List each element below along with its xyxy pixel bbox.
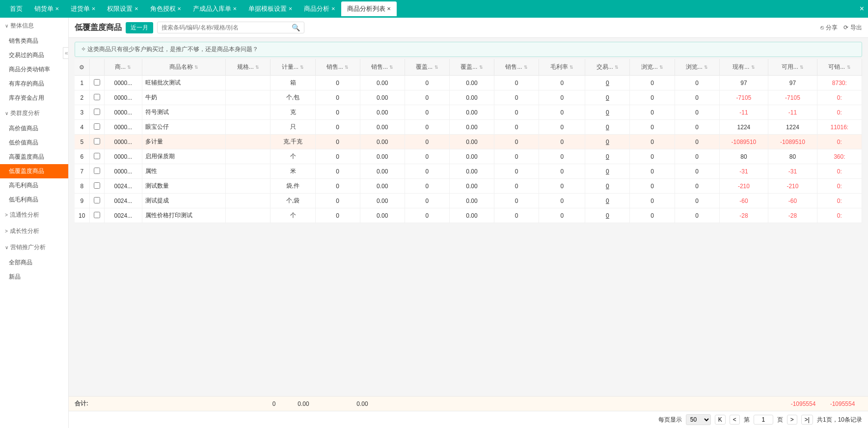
cell-spec <box>226 90 271 105</box>
sidebar-item-low-value[interactable]: 低价值商品 <box>0 136 68 150</box>
sidebar-item-low-margin[interactable]: 低毛利商品 <box>0 193 68 207</box>
last-page-button[interactable]: >| <box>801 415 813 425</box>
sidebar-section-cluster[interactable]: ∨ 类群度分析 <box>0 105 68 121</box>
cell-current: -210 <box>719 179 768 194</box>
cell-sellable: 0: <box>817 90 862 105</box>
cell-checkbox[interactable] <box>89 76 104 90</box>
chevron-down-icon-3: ∨ <box>5 245 8 250</box>
col-sales2[interactable]: 销售... ⇅ <box>360 59 405 76</box>
tab-sales[interactable]: 销货单 × <box>28 1 65 16</box>
cell-sellable: 0: <box>817 164 862 179</box>
cell-cover1: 0 <box>405 135 449 149</box>
cell-checkbox[interactable] <box>89 90 104 105</box>
col-spec[interactable]: 规格... ⇅ <box>226 59 271 76</box>
sidebar-item-category-rate[interactable]: 商品分类动销率 <box>0 62 68 77</box>
sidebar-item-high-coverage[interactable]: 高覆盖度商品 <box>0 150 68 164</box>
sidebar-section-growth[interactable]: > 成长性分析 <box>0 223 68 239</box>
cell-current: -60 <box>719 194 768 208</box>
cell-margin: 0 <box>539 120 585 135</box>
cell-code: 0000... <box>104 149 142 164</box>
cell-sales1: 0 <box>315 105 360 120</box>
col-sales1[interactable]: 销售... ⇅ <box>315 59 360 76</box>
cell-cover1: 0 <box>405 90 449 105</box>
share-button[interactable]: ⎋ 分享 <box>820 24 838 32</box>
col-unit[interactable]: 计量... ⇅ <box>271 59 315 76</box>
sidebar-item-inventory-goods[interactable]: 有库存的商品 <box>0 77 68 91</box>
search-icon[interactable]: 🔍 <box>292 24 300 31</box>
cell-checkbox[interactable] <box>89 208 104 223</box>
page-number-input[interactable] <box>754 415 773 425</box>
sidebar-item-new-goods[interactable]: 新品 <box>0 270 68 284</box>
sidebar-item-high-value[interactable]: 高价值商品 <box>0 121 68 136</box>
cell-sales3: 0 <box>494 164 539 179</box>
col-code[interactable]: 商... ⇅ <box>104 59 142 76</box>
table-container[interactable]: ⚙ 商... ⇅ 商品名称 ⇅ 规格... ⇅ 计量... ⇅ 销售... ⇅ … <box>75 59 862 396</box>
tab-home[interactable]: 首页 <box>4 1 28 16</box>
sidebar-section-overview[interactable]: ∨ 整体信息 <box>0 18 68 34</box>
cell-browse2: 0 <box>675 76 719 90</box>
cell-sales1: 0 <box>315 179 360 194</box>
cell-checkbox[interactable] <box>89 194 104 208</box>
tab-product[interactable]: 产成品入库单 × <box>187 1 243 16</box>
col-name[interactable]: 商品名称 ⇅ <box>142 59 226 76</box>
first-page-button[interactable]: K <box>715 415 726 425</box>
period-button[interactable]: 近一月 <box>126 22 153 33</box>
cell-num: 3 <box>75 105 89 120</box>
col-trade[interactable]: 交易... ⇅ <box>585 59 630 76</box>
cell-cover2: 0.00 <box>449 76 494 90</box>
prev-page-button[interactable]: < <box>730 415 740 425</box>
main-layout: « ∨ 整体信息 销售类商品 交易过的商品 商品分类动销率 有库存的商品 库存资… <box>0 18 868 428</box>
cell-name: 眼宝公仔 <box>142 120 226 135</box>
sidebar-item-capital[interactable]: 库存资金占用 <box>0 91 68 105</box>
cell-sales2: 0.00 <box>360 194 405 208</box>
sidebar-item-low-coverage[interactable]: 低覆盖度商品 <box>0 164 68 178</box>
col-cover1[interactable]: 覆盖... ⇅ <box>405 59 449 76</box>
sidebar-section-marketing[interactable]: ∨ 营销推广分析 <box>0 239 68 256</box>
sidebar-item-all-goods[interactable]: 全部商品 <box>0 256 68 270</box>
cell-spec <box>226 120 271 135</box>
tab-permissions[interactable]: 权限设置 × <box>101 1 144 16</box>
close-window-button[interactable]: × <box>860 4 864 13</box>
cell-cover1: 0 <box>405 194 449 208</box>
sidebar-item-sales-goods[interactable]: 销售类商品 <box>0 34 68 48</box>
col-settings[interactable]: ⚙ <box>75 59 89 76</box>
col-browse2[interactable]: 浏览... ⇅ <box>675 59 719 76</box>
search-input[interactable] <box>162 24 292 31</box>
tab-template[interactable]: 单据模板设置 × <box>243 1 298 16</box>
col-sellable[interactable]: 可销... ⇅ <box>817 59 862 76</box>
tab-purchase[interactable]: 进货单 × <box>65 1 101 16</box>
col-sales3[interactable]: 销售... ⇅ <box>494 59 539 76</box>
export-button[interactable]: ⟳ 导出 <box>843 24 862 32</box>
cell-checkbox[interactable] <box>89 164 104 179</box>
cell-checkbox[interactable] <box>89 105 104 120</box>
tab-role[interactable]: 角色授权 × <box>144 1 187 16</box>
col-margin[interactable]: 毛利率 ⇅ <box>539 59 585 76</box>
cell-checkbox[interactable] <box>89 149 104 164</box>
sidebar-section-liquidity[interactable]: > 流通性分析 <box>0 207 68 223</box>
cell-available: -210 <box>768 179 817 194</box>
col-cover2[interactable]: 覆盖... ⇅ <box>449 59 494 76</box>
col-browse1[interactable]: 浏览... ⇅ <box>630 59 675 76</box>
col-current[interactable]: 现有... ⇅ <box>719 59 768 76</box>
content-area: 低覆盖度商品 近一月 🔍 ⎋ 分享 ⟳ 导出 ✧ 这类商品只有很少客户购买过，是… <box>69 18 868 428</box>
cell-cover2: 0.00 <box>449 105 494 120</box>
cell-sales1: 0 <box>315 135 360 149</box>
next-page-button[interactable]: > <box>787 415 797 425</box>
cell-margin: 0 <box>539 105 585 120</box>
tab-analysis[interactable]: 商品分析 × <box>298 1 341 16</box>
cell-name: 属性价格打印测试 <box>142 208 226 223</box>
cell-checkbox[interactable] <box>89 179 104 194</box>
settings-icon[interactable]: ⚙ <box>79 64 84 71</box>
per-page-select[interactable]: 50 100 200 <box>686 414 711 425</box>
cell-current: -7105 <box>719 90 768 105</box>
cell-cover1: 0 <box>405 120 449 135</box>
sidebar-item-traded-goods[interactable]: 交易过的商品 <box>0 48 68 62</box>
col-available[interactable]: 可用... ⇅ <box>768 59 817 76</box>
cell-sellable: 8730: <box>817 76 862 90</box>
sidebar-item-high-margin[interactable]: 高毛利商品 <box>0 178 68 193</box>
cell-checkbox[interactable] <box>89 135 104 149</box>
tab-analysis-list[interactable]: 商品分析列表 × <box>341 1 397 16</box>
cell-sales3: 0 <box>494 194 539 208</box>
cell-checkbox[interactable] <box>89 120 104 135</box>
sidebar-collapse-button[interactable]: « <box>63 47 69 59</box>
